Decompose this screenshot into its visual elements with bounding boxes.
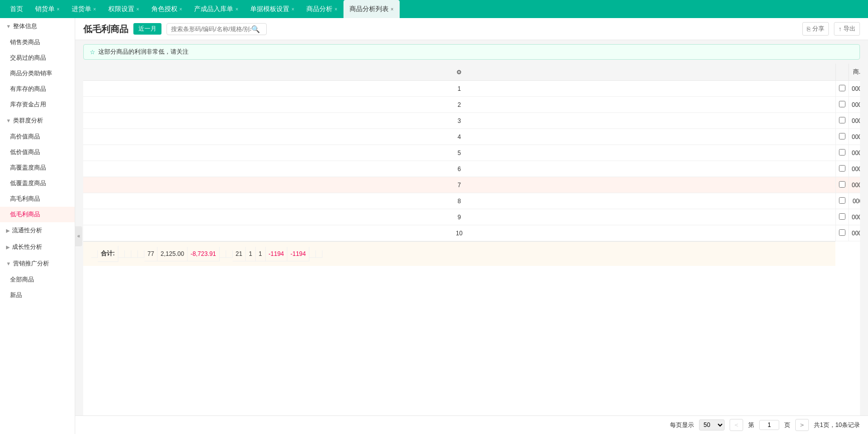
table-row: 30000...电话机个3210.00210.00100%1.49%300-24… xyxy=(83,113,860,129)
nav-item-首页[interactable]: 首页 xyxy=(4,0,29,18)
table-row: 20000...吴细细1参加复试个30300.00300.00100%1.49%… xyxy=(83,97,860,113)
row-checkbox[interactable] xyxy=(835,193,848,209)
row-num: 4 xyxy=(83,129,835,145)
sidebar-group-类群度分析[interactable]: ▼ 类群度分析 xyxy=(0,112,75,129)
nav-item-产成品入库单[interactable]: 产成品入库单× xyxy=(188,0,244,18)
sidebar-item-高毛利商品[interactable]: 高毛利商品 xyxy=(0,191,75,207)
sidebar-item-高价值商品[interactable]: 高价值商品 xyxy=(0,129,75,144)
share-label: 分享 xyxy=(812,25,824,33)
row-code: 000/... xyxy=(848,193,860,209)
pagination: 每页显示 50 100 200 ＜ 第 页 ＞ 共1页，10条记录 xyxy=(75,415,868,434)
footer-cell-8: -8,723.91 xyxy=(188,247,220,261)
row-checkbox[interactable] xyxy=(835,209,848,225)
footer-cell-5 xyxy=(138,250,144,258)
nav-item-销货单[interactable]: 销货单× xyxy=(29,0,66,18)
per-page-select[interactable]: 50 100 200 xyxy=(699,419,725,430)
footer-cell-11: 21 xyxy=(233,247,246,261)
sidebar-item-低价值商品[interactable]: 低价值商品 xyxy=(0,144,75,160)
row-checkbox[interactable] xyxy=(835,161,848,177)
row-checkbox[interactable] xyxy=(835,113,848,129)
nav-item-单据模板设置[interactable]: 单据模板设置× xyxy=(244,0,300,18)
data-table-container: ⚙商...⇅商品名称⇅规格...⇅计量...⇅销售...⇅销售...⇅销售...… xyxy=(83,64,860,415)
close-icon[interactable]: × xyxy=(291,7,294,12)
arrow-icon: ▼ xyxy=(6,118,11,123)
row-checkbox[interactable] xyxy=(835,145,848,161)
row-code: 0002... xyxy=(848,177,860,193)
footer-cell-9 xyxy=(220,250,226,258)
close-icon[interactable]: × xyxy=(391,7,394,12)
row-code: 0000... xyxy=(848,97,860,113)
sidebar-item-全部商品[interactable]: 全部商品 xyxy=(0,272,75,287)
col-header-checkbox xyxy=(835,64,848,81)
row-checkbox[interactable] xyxy=(835,97,848,113)
share-button[interactable]: ⎘ 分享 xyxy=(802,22,829,36)
row-num: 7 xyxy=(83,177,835,193)
alert-icon: ☆ xyxy=(90,49,95,56)
sidebar-item-新品[interactable]: 新品 xyxy=(0,287,75,303)
row-num: 8 xyxy=(83,193,835,209)
close-icon[interactable]: × xyxy=(93,7,96,12)
close-icon[interactable]: × xyxy=(136,7,139,12)
row-checkbox[interactable] xyxy=(835,129,848,145)
sidebar-group-成长性分析[interactable]: ▶ 成长性分析 xyxy=(0,239,75,255)
table-row: 60000...鼠标1个3120.0090.0075%1.49%300-106-… xyxy=(83,161,860,177)
page-header: 低毛利商品 近一月 🔍 ⎘ 分享 ↑ 导出 xyxy=(75,18,868,40)
footer-cell-13: 1 xyxy=(256,247,266,261)
row-checkbox[interactable] xyxy=(835,177,848,193)
table-row: 10000...属性定价个20800.00800.00100%1.49%100-… xyxy=(83,81,860,97)
search-icon[interactable]: 🔍 xyxy=(251,25,260,33)
sidebar-group-流通性分析[interactable]: ▶ 流通性分析 xyxy=(0,222,75,239)
row-num: 3 xyxy=(83,113,835,129)
row-num: 2 xyxy=(83,97,835,113)
sidebar-item-低覆盖度商品[interactable]: 低覆盖度商品 xyxy=(0,176,75,191)
nav-item-权限设置[interactable]: 权限设置× xyxy=(102,0,145,18)
nav-item-进货单[interactable]: 进货单× xyxy=(66,0,102,18)
row-checkbox[interactable] xyxy=(835,81,848,97)
table-row: 8000/...测试千克10100.000.0001.49%100-41-410… xyxy=(83,193,860,209)
sidebar-item-商品分类助销率[interactable]: 商品分类助销率 xyxy=(0,66,75,81)
sidebar-item-销售类商品[interactable]: 销售类商品 xyxy=(0,35,75,50)
col-header-code[interactable]: 商...⇅ xyxy=(848,64,860,81)
page-number-input[interactable] xyxy=(759,420,779,430)
sidebar-group-整体信息[interactable]: ▼ 整体信息 xyxy=(0,18,75,35)
footer-cell-3 xyxy=(125,250,131,258)
sidebar-item-高覆盖度商品[interactable]: 高覆盖度商品 xyxy=(0,160,75,176)
table-row: 40000...橡皮擦件3170.00170.00100%1.49%300287… xyxy=(83,129,860,145)
next-page-button[interactable]: ＞ xyxy=(795,419,809,431)
data-table: ⚙商...⇅商品名称⇅规格...⇅计量...⇅销售...⇅销售...⇅销售...… xyxy=(83,64,860,266)
sidebar-item-交易过的商品[interactable]: 交易过的商品 xyxy=(0,50,75,66)
search-input[interactable] xyxy=(171,26,251,33)
export-button[interactable]: ↑ 导出 xyxy=(834,22,860,36)
page-label: 第 xyxy=(748,421,754,429)
footer-cell-15: -1194 xyxy=(287,247,309,261)
sidebar-collapse-button[interactable]: « xyxy=(75,226,82,246)
prev-page-button[interactable]: ＜ xyxy=(730,419,743,431)
footer-cell-0 xyxy=(91,250,98,258)
row-code: 0000... xyxy=(848,145,860,161)
footer-cell-6: 77 xyxy=(144,247,157,261)
arrow-icon: ▼ xyxy=(6,261,11,266)
row-checkbox[interactable] xyxy=(835,225,848,241)
nav-item-商品分析[interactable]: 商品分析× xyxy=(300,0,343,18)
close-icon[interactable]: × xyxy=(57,7,60,12)
alert-banner: ☆ 这部分商品的利润非常低，请关注 xyxy=(83,44,860,60)
search-box: 🔍 xyxy=(166,23,267,35)
share-icon: ⎘ xyxy=(807,26,810,33)
time-filter-button[interactable]: 近一月 xyxy=(133,23,161,35)
close-icon[interactable]: × xyxy=(180,7,183,12)
footer-cell-4 xyxy=(131,250,138,258)
row-num: 9 xyxy=(83,209,835,225)
footer-cell-7: 2,125.00 xyxy=(157,247,188,261)
footer-cell-17 xyxy=(316,250,322,258)
nav-item-角色授权[interactable]: 角色授权× xyxy=(145,0,189,18)
sidebar-item-库存资金占用[interactable]: 库存资金占用 xyxy=(0,97,75,112)
nav-item-商品分析列表[interactable]: 商品分析列表× xyxy=(343,0,400,18)
close-icon[interactable]: × xyxy=(334,7,337,12)
arrow-icon: ▶ xyxy=(6,228,10,233)
per-page-label: 每页显示 xyxy=(670,421,694,429)
sidebar-item-有库存的商品[interactable]: 有库存的商品 xyxy=(0,81,75,97)
close-icon[interactable]: × xyxy=(235,7,238,12)
sidebar-group-营销推广分析[interactable]: ▼ 营销推广分析 xyxy=(0,255,75,272)
sidebar-item-低毛利商品[interactable]: 低毛利商品 xyxy=(0,207,75,222)
alert-text: 这部分商品的利润非常低，请关注 xyxy=(98,48,189,56)
